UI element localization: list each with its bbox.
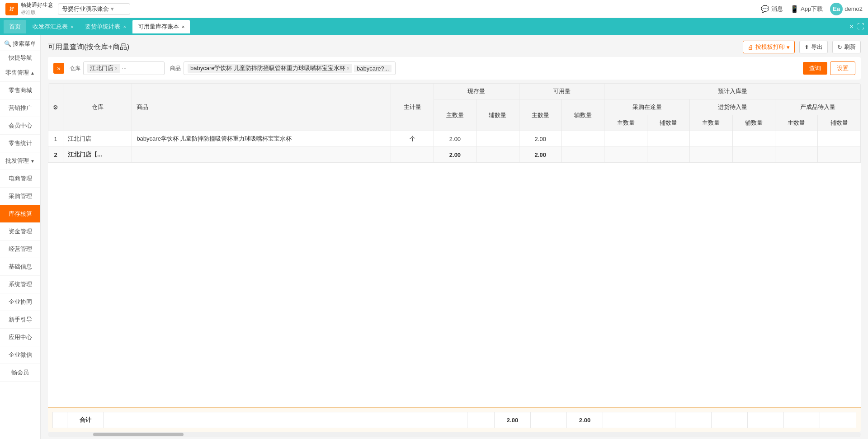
th-unit: 主计量	[391, 84, 434, 131]
row-1-no: 2	[48, 147, 63, 163]
row-1-current-main: 2.00	[434, 147, 476, 163]
refresh-btn[interactable]: ↻ 刷新	[832, 41, 861, 53]
query-btn[interactable]: 查询	[803, 62, 827, 75]
gear-icon[interactable]: ⚙	[53, 104, 58, 111]
sidebar-item-app-center[interactable]: 应用中心	[0, 329, 40, 346]
sidebar-item-zero-sales[interactable]: 零售管理 ▲	[0, 64, 40, 82]
logo-text: 畅捷通好生意	[21, 2, 53, 9]
sidebar-item-enterprise[interactable]: 企业协同	[0, 293, 40, 311]
export-btn[interactable]: ⬆ 导出	[799, 41, 828, 53]
tab-receive-close[interactable]: ×	[71, 24, 73, 29]
sidebar-item-finance[interactable]: 资金管理	[0, 223, 40, 241]
tab-actions: × ⛶	[849, 23, 864, 31]
horizontal-scrollbar[interactable]	[48, 432, 861, 437]
warehouse-input[interactable]: 江北门店 × ···	[83, 61, 165, 75]
sidebar-item-basic-info-label: 基础信息	[9, 263, 32, 271]
sidebar-item-inventory-label: 库存核算	[9, 210, 32, 218]
th-settings: ⚙	[48, 84, 63, 131]
row-0-ip-main	[690, 131, 732, 147]
sidebar-item-app-center-label: 应用中心	[9, 333, 32, 341]
th-available-main: 主数量	[519, 99, 561, 131]
sidebar-item-wechat[interactable]: 企业微信	[0, 346, 40, 364]
th-production-main: 主数量	[775, 115, 818, 131]
sidebar-item-vip[interactable]: 畅会员	[0, 364, 40, 382]
tab-expand-btn[interactable]: ⛶	[857, 23, 864, 31]
sidebar-item-new-guide[interactable]: 新手引导	[0, 311, 40, 329]
tab-order-label: 要货单统计表	[85, 23, 120, 31]
row-1-pt-aux	[647, 147, 689, 163]
sidebar-item-ecommerce[interactable]: 电商管理	[0, 170, 40, 188]
th-inbound-pending: 进货待入量	[690, 99, 775, 115]
th-warehouse: 仓库	[63, 84, 132, 131]
sidebar-item-purchase[interactable]: 采购管理	[0, 188, 40, 205]
warehouse-tag-0[interactable]: 江北门店 ×	[87, 64, 120, 73]
row-0-pt-main	[604, 131, 647, 147]
product-tag-text-1: babycare?...	[357, 65, 389, 72]
top-bar-right: 💬 消息 📱 App下载 Ea demo2	[761, 3, 863, 15]
header-actions: 🖨 按模板打印 ▾ ⬆ 导出 ↻ 刷新	[743, 41, 861, 53]
sidebar-item-wholesale[interactable]: 批发管理 ▼	[0, 152, 40, 170]
filter-expand-btn[interactable]: »	[53, 63, 64, 74]
product-filter-group: 商品 babycare学饮杯 儿童防摔防撞吸管杯重力球吸嘴杯宝宝水杯 × bab…	[170, 61, 396, 75]
sidebar-search-label: 搜索菜单	[13, 40, 36, 47]
tab-order-close[interactable]: ×	[123, 24, 126, 29]
row-1-ip-aux	[732, 147, 775, 163]
account-selector[interactable]: 母婴行业演示账套 ▾	[58, 3, 130, 15]
sidebar-item-member[interactable]: 会员中心	[0, 117, 40, 135]
tab-home[interactable]: 首页	[4, 20, 26, 33]
row-0-pp-aux	[818, 131, 861, 147]
setting-btn[interactable]: 设置	[830, 61, 855, 75]
row-1-product	[132, 147, 391, 163]
row-0-available-main: 2.00	[519, 131, 561, 147]
logo-sub: 标准版	[21, 9, 53, 16]
tab-receive-label: 收发存汇总表	[33, 23, 68, 31]
print-chevron-icon: ▾	[787, 44, 790, 51]
tab-receive-summary[interactable]: 收发存汇总表 ×	[27, 20, 79, 33]
warehouse-ellipsis: ···	[122, 65, 127, 71]
th-purchase-transit-main: 主数量	[604, 115, 647, 131]
sidebar-quick-nav[interactable]: 快捷导航	[0, 51, 40, 64]
sidebar-item-basic-info[interactable]: 基础信息	[0, 258, 40, 276]
sidebar-search[interactable]: 🔍 搜索菜单	[0, 35, 40, 51]
th-product: 商品	[132, 84, 391, 131]
tab-home-label: 首页	[9, 23, 21, 31]
th-available-aux: 辅数量	[561, 99, 604, 131]
sidebar-item-online-mall[interactable]: 零售商城	[0, 82, 40, 99]
message-label: 消息	[771, 5, 783, 13]
th-inbound-pending-main: 主数量	[690, 115, 732, 131]
product-tag-0[interactable]: babycare学饮杯 儿童防摔防撞吸管杯重力球吸嘴杯宝宝水杯 ×	[188, 64, 352, 73]
row-1-pt-main	[604, 147, 647, 163]
product-tag-0-close[interactable]: ×	[347, 66, 349, 71]
logo-area: 好 畅捷通好生意 标准版	[5, 2, 53, 16]
scrollbar-thumb[interactable]	[93, 433, 184, 436]
table-wrap: ⚙ 仓库 商品 主计量 现存量 可用量 预计入库量 主数量 辅数量 主数量 辅数…	[48, 83, 861, 432]
sidebar-item-inventory[interactable]: 库存核算	[0, 205, 40, 223]
tab-available-close[interactable]: ×	[182, 24, 184, 29]
row-1-warehouse: 江北门店【...	[63, 147, 132, 163]
tab-available-ledger[interactable]: 可用量库存账本 ×	[132, 20, 190, 33]
product-input[interactable]: babycare学饮杯 儿童防摔防撞吸管杯重力球吸嘴杯宝宝水杯 × babyca…	[184, 61, 396, 75]
table-footer: 合计 2.00 2.00	[48, 407, 861, 432]
row-0-no: 1	[48, 131, 63, 147]
warehouse-filter-group: 仓库 江北门店 × ···	[70, 61, 165, 75]
sidebar: 🔍 搜索菜单 快捷导航 零售管理 ▲ 零售商城 营销推广 会员中心 零售统计	[0, 35, 41, 439]
export-icon: ⬆	[804, 44, 809, 51]
row-1-pp-main	[775, 147, 818, 163]
sidebar-item-system[interactable]: 系统管理	[0, 276, 40, 293]
th-purchase-transit: 采购在途量	[604, 99, 690, 115]
row-1-available-main: 2.00	[519, 147, 561, 163]
warehouse-tag-close[interactable]: ×	[115, 66, 118, 71]
tab-close-all-btn[interactable]: ×	[849, 23, 854, 31]
th-available: 可用量	[519, 84, 604, 99]
app-download-btn[interactable]: 📱 App下载	[790, 5, 823, 13]
sidebar-item-operations[interactable]: 经营管理	[0, 241, 40, 258]
sidebar-item-zero-stats[interactable]: 零售统计	[0, 135, 40, 152]
user-area[interactable]: Ea demo2	[830, 3, 863, 15]
sidebar-item-zero-sales-label: 零售管理	[5, 69, 29, 77]
sidebar-item-marketing[interactable]: 营销推广	[0, 99, 40, 117]
tab-order-stats[interactable]: 要货单统计表 ×	[80, 20, 131, 33]
message-btn[interactable]: 💬 消息	[761, 5, 783, 13]
product-tag-1[interactable]: babycare?...	[354, 65, 392, 72]
row-1-unit	[391, 147, 434, 163]
print-btn[interactable]: 🖨 按模板打印 ▾	[743, 41, 795, 53]
